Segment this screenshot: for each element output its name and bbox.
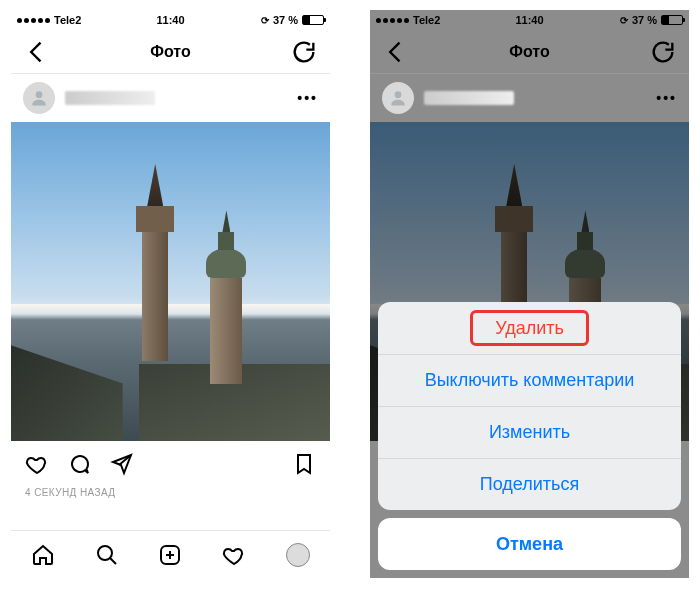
post-photo[interactable]	[11, 122, 330, 441]
post-header: •••	[370, 74, 689, 122]
username[interactable]	[65, 91, 155, 105]
more-options-button[interactable]: •••	[656, 90, 677, 106]
post-actions	[11, 441, 330, 487]
status-bar: Tele2 11:40 ⟳ 37 %	[370, 10, 689, 30]
svg-line-2	[110, 558, 116, 564]
tab-bar	[11, 530, 330, 578]
sheet-delete[interactable]: Удалить	[378, 302, 681, 354]
carrier-label: Tele2	[413, 14, 440, 26]
battery-pct: 37 %	[273, 14, 298, 26]
comment-button[interactable]	[67, 452, 91, 476]
battery-icon	[661, 15, 683, 25]
back-button[interactable]	[23, 38, 51, 66]
sheet-edit[interactable]: Изменить	[378, 406, 681, 458]
action-sheet: Удалить Выключить комментарии Изменить П…	[370, 294, 689, 578]
share-button[interactable]	[109, 452, 133, 476]
orientation-lock-icon: ⟳	[620, 15, 628, 26]
signal-dots-icon	[17, 18, 50, 23]
tab-activity[interactable]	[222, 543, 246, 567]
carrier-label: Tele2	[54, 14, 81, 26]
back-button[interactable]	[382, 38, 410, 66]
post-header: •••	[11, 74, 330, 122]
nav-bar: Фото	[370, 30, 689, 74]
avatar[interactable]	[23, 82, 55, 114]
timestamp: 4 СЕКУНД НАЗАД	[11, 487, 330, 498]
svg-point-0	[36, 91, 43, 98]
page-title: Фото	[509, 43, 549, 61]
signal-dots-icon	[376, 18, 409, 23]
phone-right: Tele2 11:40 ⟳ 37 % Фото •••	[370, 10, 689, 578]
like-button[interactable]	[25, 452, 49, 476]
delete-highlight: Удалить	[470, 310, 589, 346]
orientation-lock-icon: ⟳	[261, 15, 269, 26]
tab-home[interactable]	[31, 543, 55, 567]
refresh-button[interactable]	[649, 38, 677, 66]
clock: 11:40	[515, 14, 543, 26]
avatar[interactable]	[382, 82, 414, 114]
sheet-cancel[interactable]: Отмена	[378, 518, 681, 570]
status-bar: Tele2 11:40 ⟳ 37 %	[11, 10, 330, 30]
nav-bar: Фото	[11, 30, 330, 74]
battery-icon	[302, 15, 324, 25]
svg-point-6	[395, 91, 402, 98]
phone-left: Tele2 11:40 ⟳ 37 % Фото •••	[11, 10, 330, 578]
sheet-comments-off[interactable]: Выключить комментарии	[378, 354, 681, 406]
sheet-share[interactable]: Поделиться	[378, 458, 681, 510]
battery-pct: 37 %	[632, 14, 657, 26]
more-options-button[interactable]: •••	[297, 90, 318, 106]
tab-search[interactable]	[95, 543, 119, 567]
svg-point-1	[98, 546, 112, 560]
tab-profile[interactable]	[286, 543, 310, 567]
page-title: Фото	[150, 43, 190, 61]
username[interactable]	[424, 91, 514, 105]
bookmark-button[interactable]	[292, 452, 316, 476]
refresh-button[interactable]	[290, 38, 318, 66]
clock: 11:40	[156, 14, 184, 26]
tab-add[interactable]	[158, 543, 182, 567]
